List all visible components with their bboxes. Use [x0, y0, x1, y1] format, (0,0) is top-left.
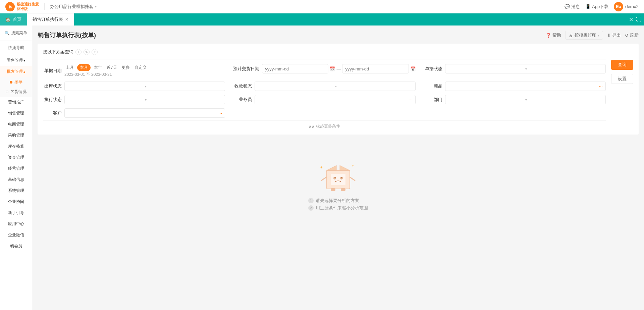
- ship-status-row: 出库状态 ▾: [43, 82, 225, 91]
- sidebar-item-wholesale[interactable]: 批发管理 ▴: [0, 66, 32, 77]
- goods-label: 商品: [424, 83, 442, 89]
- sidebar-item-retail[interactable]: 零售管理 ▾: [0, 55, 32, 66]
- expected-date-from[interactable]: [262, 64, 328, 73]
- order-status-row: 单据状态 ▾: [424, 64, 606, 73]
- ship-status-select[interactable]: ▾: [64, 82, 225, 91]
- sidebar-item-sales[interactable]: 销售管理: [0, 108, 32, 119]
- date-tab-last-month[interactable]: 上月: [64, 64, 75, 71]
- chevron-down-icon: ▾: [23, 59, 25, 62]
- svg-point-7: [341, 177, 342, 178]
- sidebar-item-system[interactable]: 系统管理: [0, 185, 32, 196]
- header-right: 💬 消息 📱 App下载 Ea demo2: [565, 2, 639, 11]
- filter-right-panel: 查询 设置: [606, 49, 633, 84]
- app-download-btn[interactable]: 📱 App下载: [585, 4, 608, 10]
- order-status-select[interactable]: ▾: [445, 64, 606, 73]
- sidebar-item-basic[interactable]: 基础信息: [0, 174, 32, 185]
- empty-tip-1: 1 请先选择要分析的方案: [308, 198, 368, 204]
- customer-more-btn[interactable]: ···: [218, 110, 222, 116]
- refresh-btn[interactable]: ↺ 刷新: [625, 32, 639, 38]
- salesperson-input[interactable]: [258, 97, 409, 102]
- svg-point-6: [334, 177, 336, 178]
- sidebar-item-marketing[interactable]: 营销推广: [0, 97, 32, 108]
- customer-label: 客户: [43, 110, 62, 116]
- exec-status-select[interactable]: ▾: [64, 95, 225, 104]
- cal-icon-to: 📅: [410, 66, 416, 71]
- goods-input[interactable]: [448, 84, 599, 89]
- expand-window-icon[interactable]: ⛶: [636, 16, 641, 22]
- app-icon: 📱: [585, 4, 591, 9]
- expected-date-col: 预计交货日期 📅 — 📅: [233, 64, 415, 73]
- salesperson-more-btn[interactable]: ···: [409, 97, 413, 102]
- sidebar-item-wechat[interactable]: 企业微信: [0, 229, 32, 241]
- print-btn[interactable]: 🖨 按模板打印 ▾: [565, 31, 603, 40]
- collect-status-label: 收款状态: [233, 83, 252, 89]
- date-tab-this-year[interactable]: 本年: [93, 64, 103, 71]
- page-title-row: 销售订单执行表(按单) ❓ 帮助 🖨 按模板打印 ▾ ⬇ 导出 ↺ 刷新: [38, 31, 639, 40]
- sidebar-item-finance[interactable]: 资金管理: [0, 152, 32, 163]
- date-tabs: 上月 本月 本年 近7天 更多 自定义: [64, 64, 225, 71]
- exec-status-col: 执行状态 ▾: [43, 95, 225, 104]
- svg-rect-10: [331, 188, 335, 191]
- filter-card: 按以下方案查询 + ✎ «: [38, 44, 639, 135]
- date-separator: —: [336, 66, 341, 71]
- sidebar-item-app-center[interactable]: 应用中心: [0, 218, 32, 229]
- date-tab-more[interactable]: 更多: [120, 64, 131, 71]
- collapse-up-icon: ∧∧: [309, 124, 315, 129]
- salesperson-col: 业务员 ···: [233, 95, 415, 104]
- query-button[interactable]: 查询: [611, 60, 633, 70]
- date-tab-7days[interactable]: 近7天: [105, 64, 118, 71]
- tab-close-icon[interactable]: ✕: [65, 17, 68, 21]
- empty-state: ✦ ✦ 1 请先选择要分析的方案 2 用过滤条件来缩小分析范围: [38, 139, 639, 232]
- message-btn[interactable]: 💬 消息: [565, 4, 580, 10]
- page-actions: ❓ 帮助 🖨 按模板打印 ▾ ⬇ 导出 ↺ 刷新: [546, 31, 639, 40]
- sidebar-item-inventory[interactable]: 库存核算: [0, 141, 32, 152]
- order-status-col: 单据状态 ▾: [424, 64, 606, 73]
- svg-line-9: [350, 177, 355, 180]
- date-tab-this-month[interactable]: 本月: [77, 64, 91, 71]
- filter-row-4: 客户 ···: [43, 108, 606, 118]
- close-window-icon[interactable]: ✕: [629, 16, 633, 23]
- edit-scheme-btn[interactable]: ✎: [84, 49, 90, 55]
- help-btn[interactable]: ❓ 帮助: [546, 32, 561, 38]
- expected-date-to[interactable]: [342, 64, 409, 73]
- header-divider: [44, 3, 45, 10]
- sidebar-item-guide[interactable]: 新手引导: [0, 207, 32, 218]
- customer-input[interactable]: [67, 111, 218, 116]
- filter-row-3: 执行状态 ▾ 业务员: [43, 95, 606, 104]
- svg-text:畅: 畅: [9, 5, 12, 9]
- tab-sales-order[interactable]: 销售订单执行表 ✕: [27, 13, 74, 25]
- sidebar-item-press[interactable]: 按单: [0, 77, 32, 87]
- dept-select[interactable]: ▾: [445, 95, 606, 104]
- export-btn[interactable]: ⬇ 导出: [607, 32, 621, 38]
- chevron-up-icon: ▴: [23, 70, 25, 73]
- empty-illustration: ✦ ✦: [318, 159, 358, 192]
- sidebar-item-enterprise[interactable]: 企业协同: [0, 196, 32, 207]
- user-area[interactable]: Ea demo2: [614, 2, 639, 11]
- ship-select-arrow: ▾: [145, 85, 222, 88]
- search-menu-btn[interactable]: 🔍 搜索菜单: [3, 28, 29, 38]
- svg-rect-11: [341, 188, 345, 191]
- goods-ctrl: ···: [445, 82, 606, 91]
- search-icon: 🔍: [5, 31, 10, 36]
- sidebar-item-member[interactable]: 畅会员: [0, 241, 32, 252]
- module-title[interactable]: 办公用品行业模拟账套 ▾: [50, 4, 97, 10]
- collapse-more-btn[interactable]: ∧∧ 收起更多条件: [309, 123, 340, 129]
- collect-status-select[interactable]: ▾: [255, 82, 415, 91]
- sidebar-item-debt[interactable]: 欠货情况: [0, 87, 32, 97]
- sidebar-item-operation[interactable]: 经营管理: [0, 163, 32, 174]
- dept-row: 部门 ▾: [424, 95, 606, 104]
- exec-status-ctrl: ▾: [64, 95, 225, 104]
- quick-nav-section: 快捷导航: [0, 41, 32, 55]
- add-scheme-btn[interactable]: +: [75, 49, 82, 55]
- quick-nav-btn[interactable]: 快捷导航: [0, 44, 32, 52]
- collapse-scheme-btn[interactable]: «: [92, 49, 98, 55]
- help-icon: ❓: [546, 33, 551, 38]
- settings-button[interactable]: 设置: [611, 74, 633, 84]
- sidebar-item-ecommerce[interactable]: 电商管理: [0, 119, 32, 130]
- sidebar-item-purchase[interactable]: 采购管理: [0, 130, 32, 141]
- date-tabs-area: 上月 本月 本年 近7天 更多 自定义 2023-03-01 至 2023-03…: [64, 64, 225, 78]
- goods-more-btn[interactable]: ···: [599, 84, 603, 89]
- ship-status-ctrl: ▾: [64, 82, 225, 91]
- date-tab-custom[interactable]: 自定义: [133, 64, 148, 71]
- tab-home[interactable]: 🏠 首页: [0, 13, 27, 25]
